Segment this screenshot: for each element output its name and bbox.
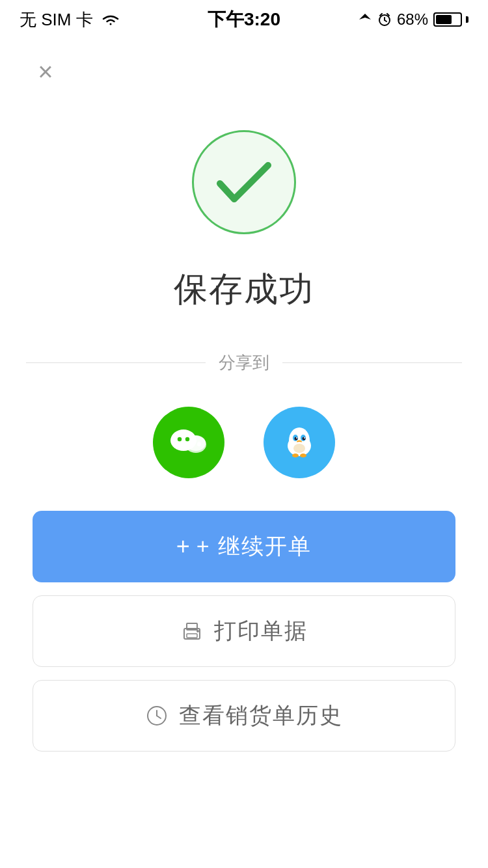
share-label: 分享到: [219, 351, 269, 374]
svg-point-26: [292, 454, 299, 457]
share-section: 分享到: [26, 351, 462, 478]
history-label: 查看销货单历史: [179, 701, 343, 731]
svg-point-13: [191, 441, 195, 445]
success-title: 保存成功: [174, 267, 314, 312]
history-button[interactable]: 查看销货单历史: [33, 680, 455, 752]
success-circle: [192, 130, 296, 234]
svg-point-19: [295, 437, 298, 441]
wifi-icon: [101, 12, 120, 27]
main-content: × 保存成功 分享到: [0, 39, 488, 765]
divider-left: [26, 362, 206, 363]
status-time: 下午3:20: [208, 7, 280, 32]
svg-point-11: [178, 437, 182, 441]
divider-right: [282, 362, 462, 363]
wechat-icon: [166, 420, 211, 465]
svg-point-14: [197, 441, 201, 445]
svg-point-20: [303, 437, 306, 441]
history-icon: [145, 704, 169, 727]
continue-label: + 继续开单: [197, 532, 312, 562]
sim-status: 无 SIM 卡: [20, 8, 93, 31]
location-icon: [358, 12, 372, 27]
svg-point-10: [186, 435, 206, 451]
svg-point-21: [296, 437, 297, 439]
status-left: 无 SIM 卡: [20, 8, 120, 31]
status-bar: 无 SIM 卡 下午3:20 68%: [0, 0, 488, 39]
status-right: 68%: [358, 10, 468, 29]
continue-button[interactable]: + + 继续开单: [33, 511, 455, 582]
share-divider: 分享到: [26, 351, 462, 374]
svg-point-22: [304, 437, 305, 439]
svg-line-34: [157, 716, 161, 718]
qq-icon: [277, 420, 322, 465]
close-button[interactable]: ×: [26, 52, 65, 91]
print-label: 打印单据: [214, 616, 308, 646]
svg-point-31: [197, 630, 199, 632]
print-icon: [180, 619, 204, 643]
checkmark-icon: [215, 159, 273, 206]
alarm-icon: [377, 12, 392, 27]
svg-point-12: [185, 437, 189, 441]
battery-icon: [433, 12, 468, 27]
svg-line-2: [385, 20, 386, 21]
close-icon: ×: [38, 59, 53, 85]
svg-point-27: [300, 454, 306, 457]
plus-icon: +: [176, 535, 191, 558]
qq-share-button[interactable]: [264, 407, 335, 478]
battery-percent: 68%: [397, 10, 428, 29]
success-area: 保存成功: [26, 130, 462, 312]
share-icons: [26, 407, 462, 478]
wechat-share-button[interactable]: [153, 407, 224, 478]
svg-point-25: [293, 444, 305, 453]
action-buttons: + + 继续开单 打印单据 查看销货单历史: [26, 511, 462, 752]
svg-rect-30: [187, 634, 197, 638]
print-button[interactable]: 打印单据: [33, 595, 455, 667]
